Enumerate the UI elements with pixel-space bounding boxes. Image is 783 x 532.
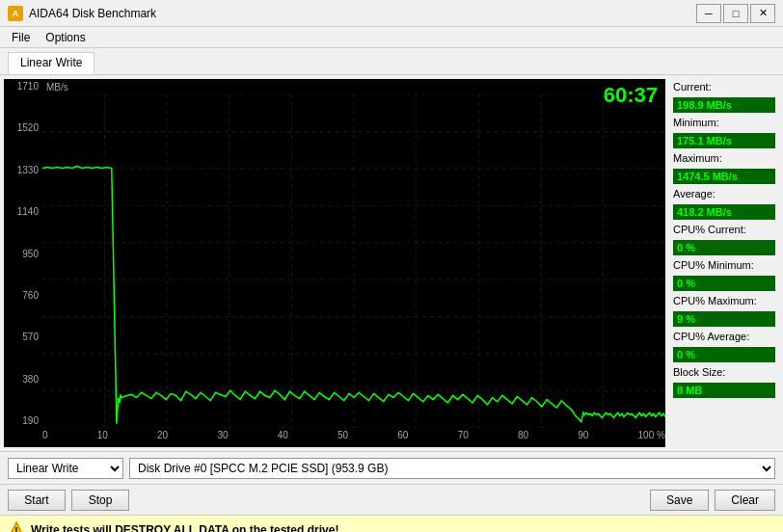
warning-bar: ! Write tests will DESTROY ALL DATA on t… xyxy=(0,515,783,532)
minimize-button[interactable]: ─ xyxy=(696,4,721,23)
warning-text: Write tests will DESTROY ALL DATA on the… xyxy=(31,523,338,533)
chart-svg xyxy=(42,94,665,428)
minimum-value: 175.1 MB/s xyxy=(673,133,775,148)
average-label: Average: xyxy=(673,188,775,200)
maximize-button[interactable]: □ xyxy=(723,4,748,23)
y-label-1520: 1520 xyxy=(4,122,42,133)
test-type-dropdown[interactable]: Linear Write xyxy=(8,458,123,479)
close-button[interactable]: ✕ xyxy=(750,4,775,23)
bottom-controls-row2: Start Stop Save Clear xyxy=(0,484,783,515)
x-label-10: 10 xyxy=(97,430,108,440)
drive-dropdown[interactable]: Disk Drive #0 [SPCC M.2 PCIE SSD] (953.9… xyxy=(129,458,775,479)
y-label-760: 760 xyxy=(4,290,42,301)
y-label-190: 190 xyxy=(4,415,42,426)
window-title: AIDA64 Disk Benchmark xyxy=(29,7,156,20)
start-button[interactable]: Start xyxy=(8,490,66,511)
y-label-1140: 1140 xyxy=(4,206,42,217)
minimum-label: Minimum: xyxy=(673,117,775,128)
chart-container: 1710 1520 1330 1140 950 760 570 380 190 … xyxy=(4,79,665,447)
x-label-60: 60 xyxy=(397,430,408,440)
x-axis: 0 10 20 30 40 50 60 70 80 90 100 % xyxy=(42,428,665,447)
x-label-40: 40 xyxy=(278,430,288,440)
cpu-minimum-value: 0 % xyxy=(673,276,775,291)
tab-linear-write[interactable]: Linear Write xyxy=(8,52,94,74)
average-value: 418.2 MB/s xyxy=(673,204,775,220)
cpu-minimum-label: CPU% Minimum: xyxy=(673,259,775,271)
svg-text:!: ! xyxy=(14,526,17,533)
current-label: Current: xyxy=(673,81,775,93)
y-axis: 1710 1520 1330 1140 950 760 570 380 190 xyxy=(4,79,42,428)
block-size-label: Block Size: xyxy=(673,366,775,378)
title-bar-controls[interactable]: ─ □ ✕ xyxy=(696,4,775,23)
x-label-100: 100 % xyxy=(638,430,665,440)
cpu-maximum-label: CPU% Maximum: xyxy=(673,295,775,306)
clear-button[interactable]: Clear xyxy=(715,490,775,511)
cpu-maximum-value: 9 % xyxy=(673,311,775,327)
y-label-380: 380 xyxy=(4,374,42,385)
current-value: 198.9 MB/s xyxy=(673,97,775,113)
warning-icon: ! xyxy=(8,521,25,533)
app-icon: A xyxy=(8,6,23,21)
x-label-70: 70 xyxy=(458,430,469,440)
menu-bar: File Options xyxy=(0,27,783,48)
maximum-value: 1474.5 MB/s xyxy=(673,169,775,184)
x-label-20: 20 xyxy=(157,430,168,440)
cpu-current-label: CPU% Current: xyxy=(673,224,775,235)
save-button[interactable]: Save xyxy=(650,490,709,511)
x-label-50: 50 xyxy=(338,430,348,440)
bottom-controls-row1: Linear Write Disk Drive #0 [SPCC M.2 PCI… xyxy=(0,451,783,484)
menu-options[interactable]: Options xyxy=(38,29,93,46)
y-label-950: 950 xyxy=(4,249,42,259)
menu-file[interactable]: File xyxy=(4,29,38,46)
right-panel: Current: 198.9 MB/s Minimum: 175.1 MB/s … xyxy=(669,75,783,451)
main-area: 1710 1520 1330 1140 950 760 570 380 190 … xyxy=(0,75,783,451)
maximum-label: Maximum: xyxy=(673,152,775,164)
cpu-average-value: 0 % xyxy=(673,347,775,362)
y-label-1710: 1710 xyxy=(4,81,42,92)
cpu-average-label: CPU% Average: xyxy=(673,331,775,342)
title-bar: A AIDA64 Disk Benchmark ─ □ ✕ xyxy=(0,0,783,27)
block-size-value: 8 MB xyxy=(673,383,775,398)
tab-bar: Linear Write xyxy=(0,48,783,75)
x-label-80: 80 xyxy=(518,430,528,440)
title-bar-left: A AIDA64 Disk Benchmark xyxy=(8,6,156,21)
x-label-0: 0 xyxy=(42,430,48,440)
y-label-1330: 1330 xyxy=(4,165,42,175)
cpu-current-value: 0 % xyxy=(673,240,775,255)
x-label-30: 30 xyxy=(217,430,228,440)
chart-header: MB/s xyxy=(42,79,665,94)
y-unit-label: MB/s xyxy=(46,82,68,93)
y-label-570: 570 xyxy=(4,332,42,342)
x-label-90: 90 xyxy=(578,430,588,440)
stop-button[interactable]: Stop xyxy=(71,490,129,511)
